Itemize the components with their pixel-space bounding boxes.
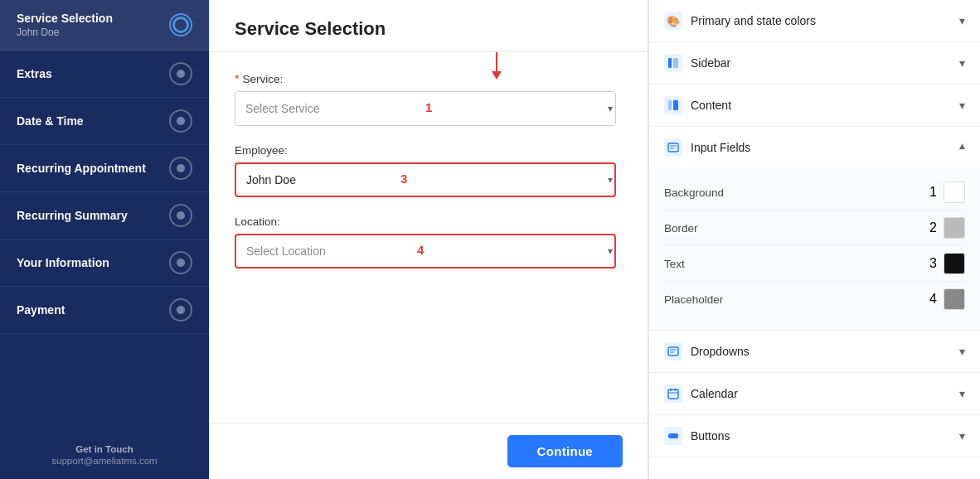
right-section-header-content[interactable]: Content ▾: [649, 85, 980, 126]
right-section-calendar: Calendar ▾: [649, 373, 980, 415]
right-section-header-buttons[interactable]: Buttons ▾: [649, 415, 980, 457]
input-field-label-placeholder: Placeholder: [664, 293, 723, 306]
right-section-dropdowns: Dropdowns ▾: [649, 331, 980, 373]
sidebar-item-sub-service-selection: John Doe: [17, 27, 113, 38]
sidebar-item-your-information[interactable]: Your Information: [0, 240, 209, 287]
sidebar-item-icon-payment: [169, 298, 192, 322]
continue-button[interactable]: Continue: [507, 435, 623, 467]
svg-rect-1: [673, 58, 678, 68]
footer-title: Get in Touch: [17, 444, 192, 454]
sidebar-item-title-payment: Payment: [17, 303, 65, 317]
right-section-title-content: Content: [691, 99, 731, 112]
sidebar-item-icon-service-selection: [169, 13, 192, 36]
sidebar-item-left-service-selection: Service Selection John Doe: [17, 12, 113, 38]
right-section-title-input-fields: Input Fields: [691, 141, 750, 154]
location-num: 4: [417, 243, 424, 257]
right-section-buttons: Buttons ▾: [649, 415, 980, 457]
color-swatch-text[interactable]: [944, 253, 965, 274]
employee-select[interactable]: John Doe: [235, 162, 616, 197]
field-num-placeholder: 4: [929, 292, 937, 307]
svg-rect-2: [668, 100, 672, 110]
svg-rect-3: [673, 100, 678, 110]
main-body: 2 * Service: Select Service ▾ 1 Employee…: [210, 52, 648, 423]
right-section-header-dropdowns[interactable]: Dropdowns ▾: [649, 331, 980, 372]
right-section-header-sidebar[interactable]: Sidebar ▾: [649, 42, 980, 84]
right-section-header-calendar[interactable]: Calendar ▾: [649, 373, 980, 414]
sidebar-item-extras[interactable]: Extras: [0, 51, 209, 98]
right-section-header-left-calendar: Calendar: [664, 385, 738, 403]
chevron-primary-colors: ▾: [959, 14, 965, 27]
sidebar-item-icon-date-time: [169, 109, 192, 133]
location-label: Location:: [235, 215, 623, 228]
input-field-right-border: 2: [929, 217, 965, 239]
sidebar-item-title-date-time: Date & Time: [17, 114, 84, 128]
service-label: * Service:: [235, 72, 623, 85]
sidebar-item-left-extras: Extras: [17, 67, 52, 80]
service-select-wrapper: Select Service ▾ 1: [235, 91, 623, 126]
chevron-buttons: ▾: [959, 429, 965, 443]
employee-select-wrapper: John Doe ▾ 3: [235, 162, 623, 197]
sidebar-footer: Get in Touch support@ameliatms.com: [0, 431, 209, 479]
sidebar-item-payment[interactable]: Payment: [0, 287, 209, 334]
sidebar-item-left-your-information: Your Information: [17, 256, 109, 269]
input-field-row-text: Text 3: [664, 246, 965, 282]
input-field-label-text: Text: [664, 258, 685, 270]
employee-label: Employee:: [235, 144, 623, 157]
input-field-row-border: Border 2: [664, 210, 965, 246]
sidebar-item-icon-your-information: [169, 251, 192, 274]
field-num-text: 3: [929, 256, 937, 271]
svg-rect-4: [668, 143, 678, 152]
inactive-dot: [177, 70, 185, 78]
arrow-line: [496, 52, 497, 71]
right-section-title-sidebar: Sidebar: [691, 56, 730, 70]
svg-rect-7: [668, 347, 678, 356]
main-content: Service Selection 2 * Service: Select Se…: [209, 0, 648, 479]
sidebar-item-recurring-summary[interactable]: Recurring Summary: [0, 192, 209, 240]
location-form-group: Location: Select Location ▾ 4: [235, 215, 623, 269]
right-section-title-primary-colors: Primary and state colors: [691, 14, 816, 27]
sidebar-item-title-service-selection: Service Selection: [17, 12, 113, 25]
input-field-right-text: 3: [929, 253, 965, 274]
sidebar-item-service-selection[interactable]: Service Selection John Doe: [0, 0, 209, 51]
input-field-label-border: Border: [664, 222, 698, 235]
dropdown-icon: [664, 342, 682, 360]
sidebar-item-date-time[interactable]: Date & Time: [0, 98, 209, 145]
employee-form-group: Employee: John Doe ▾ 3: [235, 144, 623, 197]
right-section-header-primary-colors[interactable]: 🎨 Primary and state colors ▾: [649, 0, 980, 41]
right-section-header-left-dropdowns: Dropdowns: [664, 342, 750, 360]
inactive-dot: [177, 259, 185, 267]
sidebar-item-left-recurring-summary: Recurring Summary: [17, 209, 128, 222]
page-title: Service Selection: [235, 18, 623, 40]
color-swatch-background[interactable]: [944, 181, 965, 203]
color-swatch-placeholder[interactable]: [944, 288, 965, 310]
field-num-border: 2: [929, 220, 937, 235]
buttons-icon: [664, 427, 682, 445]
color-swatch-border[interactable]: [944, 217, 965, 239]
input-fields-body: Background 1 Border 2: [649, 168, 980, 330]
svg-rect-14: [668, 433, 678, 438]
svg-rect-0: [668, 58, 672, 68]
svg-rect-10: [668, 389, 678, 399]
palette-icon: 🎨: [664, 12, 682, 30]
footer-email: support@ameliatms.com: [17, 456, 192, 466]
location-select[interactable]: Select Location: [235, 234, 616, 269]
sidebar-item-icon-recurring-summary: [169, 204, 192, 227]
input-icon: [664, 138, 682, 157]
right-section-title-calendar: Calendar: [691, 387, 738, 400]
location-select-wrapper: Select Location ▾ 4: [235, 234, 623, 269]
sidebar-item-recurring-appointment[interactable]: Recurring Appointment: [0, 145, 209, 192]
right-section-header-left-buttons: Buttons: [664, 427, 730, 445]
sidebar-item-icon-recurring-appointment: [169, 157, 192, 180]
inactive-dot: [177, 117, 185, 125]
right-section-header-left-content: Content: [664, 96, 731, 114]
right-section-header-input-fields[interactable]: Input Fields ▾: [649, 127, 980, 168]
right-panel: 🎨 Primary and state colors ▾ Sidebar ▾: [648, 0, 980, 479]
sidebar-icon: [664, 54, 682, 72]
required-star: *: [235, 72, 239, 85]
inactive-dot: [177, 211, 185, 220]
input-field-right-background: 1: [929, 181, 965, 203]
sidebar-item-icon-extras: [169, 62, 192, 85]
chevron-calendar: ▾: [959, 387, 965, 400]
input-field-row-background: Background 1: [664, 175, 965, 210]
sidebar-item-title-extras: Extras: [17, 67, 52, 80]
